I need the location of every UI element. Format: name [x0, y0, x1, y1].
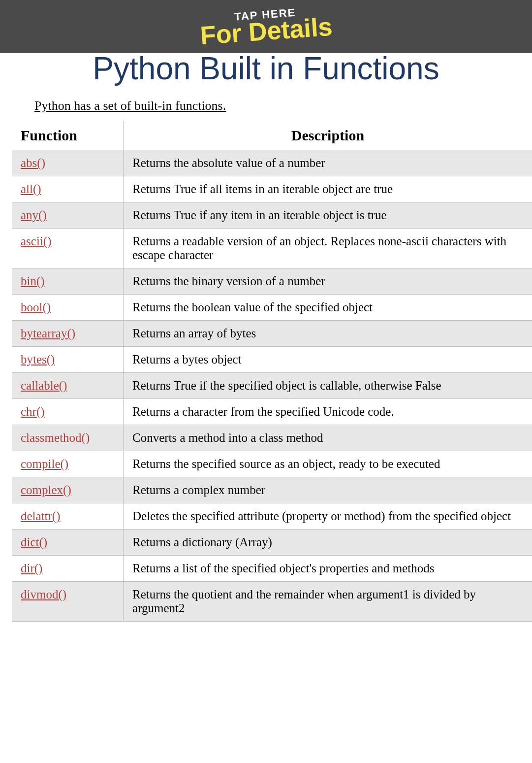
table-row: divmod()Returns the quotient and the rem…	[12, 582, 532, 622]
description-cell: Returns the binary version of a number	[124, 268, 532, 295]
function-cell: callable()	[12, 373, 124, 399]
table-row: compile()Returns the specified source as…	[12, 451, 532, 477]
table-row: bytes()Returns a bytes object	[12, 347, 532, 373]
function-text: classmethod()	[21, 431, 90, 444]
description-cell: Returns an array of bytes	[124, 321, 532, 347]
function-cell: dict()	[12, 530, 124, 556]
table-header-function: Function	[12, 121, 124, 150]
function-cell: classmethod()	[12, 425, 124, 451]
table-row: any()Returns True if any item in an iter…	[12, 202, 532, 229]
function-link[interactable]: chr()	[21, 405, 45, 418]
function-link[interactable]: any()	[21, 208, 47, 222]
function-link[interactable]: divmod()	[21, 588, 66, 601]
function-link[interactable]: bytes()	[21, 353, 55, 366]
table-row: all()Returns True if all items in an ite…	[12, 176, 532, 202]
table-row: abs()Returns the absolute value of a num…	[12, 150, 532, 176]
description-cell: Returns a dictionary (Array)	[124, 530, 532, 556]
function-link[interactable]: ascii()	[21, 234, 51, 248]
function-cell: bool()	[12, 295, 124, 321]
function-cell: ascii()	[12, 229, 124, 268]
function-link[interactable]: abs()	[21, 156, 45, 169]
function-link[interactable]: dict()	[21, 535, 47, 549]
intro-text: Python has a set of built-in functions.	[34, 99, 532, 113]
description-cell: Returns a readable version of an object.…	[124, 229, 532, 268]
function-link[interactable]: all()	[21, 182, 41, 196]
function-link[interactable]: bytearray()	[21, 327, 75, 340]
function-cell: complex()	[12, 477, 124, 503]
function-link[interactable]: callable()	[21, 379, 67, 392]
function-link[interactable]: delattr()	[21, 509, 61, 523]
description-cell: Deletes the specified attribute (propert…	[124, 503, 532, 530]
function-cell: delattr()	[12, 503, 124, 530]
function-cell: divmod()	[12, 582, 124, 622]
table-row: dict()Returns a dictionary (Array)	[12, 530, 532, 556]
function-link[interactable]: compile()	[21, 457, 68, 470]
description-cell: Returns True if all items in an iterable…	[124, 176, 532, 202]
table-row: bool()Returns the boolean value of the s…	[12, 295, 532, 321]
table-row: callable()Returns True if the specified …	[12, 373, 532, 399]
table-row: chr()Returns a character from the specif…	[12, 399, 532, 425]
description-cell: Converts a method into a class method	[124, 425, 532, 451]
table-row: dir()Returns a list of the specified obj…	[12, 556, 532, 582]
table-row: bin()Returns the binary version of a num…	[12, 268, 532, 295]
functions-table: Function Description abs()Returns the ab…	[12, 121, 532, 622]
description-cell: Returns the quotient and the remainder w…	[124, 582, 532, 622]
table-row: delattr()Deletes the specified attribute…	[12, 503, 532, 530]
description-cell: Returns a complex number	[124, 477, 532, 503]
function-cell: abs()	[12, 150, 124, 176]
function-cell: bin()	[12, 268, 124, 295]
function-cell: all()	[12, 176, 124, 202]
description-cell: Returns True if any item in an iterable …	[124, 202, 532, 229]
function-cell: bytes()	[12, 347, 124, 373]
function-cell: compile()	[12, 451, 124, 477]
function-link[interactable]: bin()	[21, 274, 45, 288]
description-cell: Returns the specified source as an objec…	[124, 451, 532, 477]
table-header-description: Description	[124, 121, 532, 150]
description-cell: Returns the absolute value of a number	[124, 150, 532, 176]
promo-banner[interactable]: TAP HERE For Details	[0, 0, 532, 53]
description-cell: Returns a character from the specified U…	[124, 399, 532, 425]
description-cell: Returns the boolean value of the specifi…	[124, 295, 532, 321]
table-row: classmethod()Converts a method into a cl…	[12, 425, 532, 451]
table-row: bytearray()Returns an array of bytes	[12, 321, 532, 347]
function-cell: bytearray()	[12, 321, 124, 347]
description-cell: Returns True if the specified object is …	[124, 373, 532, 399]
description-cell: Returns a list of the specified object's…	[124, 556, 532, 582]
table-row: ascii()Returns a readable version of an …	[12, 229, 532, 268]
function-cell: any()	[12, 202, 124, 229]
function-link[interactable]: complex()	[21, 483, 71, 497]
page-title: Python Built in Functions	[0, 50, 532, 87]
function-cell: dir()	[12, 556, 124, 582]
table-row: complex()Returns a complex number	[12, 477, 532, 503]
description-cell: Returns a bytes object	[124, 347, 532, 373]
function-cell: chr()	[12, 399, 124, 425]
function-link[interactable]: dir()	[21, 562, 42, 575]
function-link[interactable]: bool()	[21, 300, 51, 314]
